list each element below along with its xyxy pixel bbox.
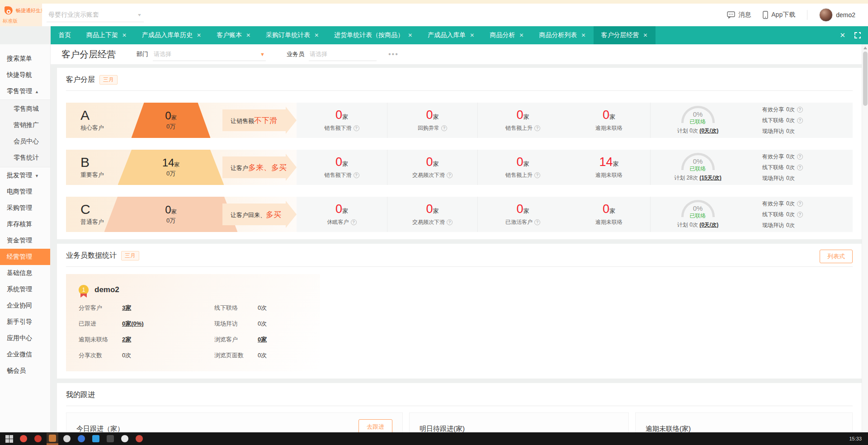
tier-row-b: B 重要客户 14家 0万 让客户多来、多买 0家 — [66, 150, 853, 185]
month-badge: 三月 — [121, 251, 139, 260]
sidebar-item-business-mgmt[interactable]: 经营管理 — [0, 249, 50, 265]
tab-customer-tier-active[interactable]: 客户分层经营✕ — [594, 26, 656, 44]
tab-close-icon[interactable]: ✕ — [314, 32, 319, 38]
vertical-scrollbar[interactable] — [862, 44, 868, 445]
tab-customer-ledger[interactable]: 客户账本✕ — [209, 26, 258, 44]
help-icon[interactable]: ? — [351, 219, 357, 225]
help-icon[interactable]: ? — [354, 172, 359, 178]
scrollbar-thumb[interactable] — [863, 52, 868, 106]
tab-close-icon[interactable]: ✕ — [197, 32, 201, 38]
help-icon[interactable]: ? — [534, 125, 540, 131]
tab-finished-inbound[interactable]: 产成品入库单✕ — [420, 26, 482, 44]
taskbar-app-icon[interactable] — [61, 433, 73, 445]
divider — [66, 406, 853, 406]
account-select[interactable]: 母婴行业演示账套 ▼ — [47, 8, 144, 22]
help-icon[interactable]: ? — [441, 125, 447, 131]
contact-gauge: 0% 已联络 计划 28次 (15天/次) — [650, 150, 745, 185]
tier-goal-arrow: 让客户多来、多买 — [230, 150, 297, 185]
taskbar-app-icon[interactable] — [133, 433, 145, 445]
help-icon[interactable]: ? — [354, 125, 359, 131]
sidebar-item-member-center[interactable]: 会员中心 — [0, 133, 50, 150]
taskbar-app-icon[interactable] — [32, 433, 44, 445]
tab-close-icon[interactable]: ✕ — [408, 32, 412, 38]
tab-goods-on-off[interactable]: 商品上下架✕ — [79, 26, 134, 44]
sidebar-item-retail-mall[interactable]: 零售商城 — [0, 101, 50, 117]
sidebar-item-wholesale-mgmt[interactable]: 批发管理▼ — [0, 167, 50, 184]
list-view-button[interactable]: 列表式 — [820, 250, 853, 263]
tab-close-icon[interactable]: ✕ — [519, 32, 524, 38]
taskbar-active-app-icon[interactable] — [47, 433, 58, 445]
stat-label: 分享次数 — [79, 351, 122, 360]
start-button[interactable] — [3, 433, 15, 445]
managed-customers-link[interactable]: 3家 — [122, 304, 131, 312]
sidebar-item-retail-stats[interactable]: 零售统计 — [0, 150, 50, 166]
tier-letter: A — [80, 109, 112, 122]
sidebar-item-search-menu[interactable]: 搜索菜单 — [0, 51, 50, 67]
overdue-link[interactable]: 2家 — [122, 336, 131, 344]
taskbar-app-icon[interactable] — [75, 433, 87, 445]
tab-finished-inbound-history[interactable]: 产成品入库单历史✕ — [134, 26, 209, 44]
taskbar-app-icon[interactable] — [104, 433, 116, 445]
contact-gauge: 0% 已联络 计划 0次 (0天/次) — [650, 103, 745, 138]
tab-goods-analysis-list[interactable]: 商品分析列表✕ — [531, 26, 593, 44]
tab-purchase-order-stats[interactable]: 采购订单统计表✕ — [258, 26, 326, 44]
sidebar-item-system-mgmt[interactable]: 系统管理 — [0, 281, 50, 298]
sidebar-item-retail-mgmt[interactable]: 零售管理▲ — [0, 83, 50, 99]
help-icon[interactable]: ? — [797, 212, 803, 218]
sidebar-item-marketing[interactable]: 营销推广 — [0, 117, 50, 133]
help-icon[interactable]: ? — [797, 201, 803, 207]
avatar — [819, 8, 833, 22]
tab-close-icon[interactable]: ✕ — [122, 32, 127, 38]
stat-dormant-customers: 0家 休眠客户? — [297, 197, 387, 232]
sidebar-item-enterprise-collab[interactable]: 企业协同 — [0, 298, 50, 314]
help-icon[interactable]: ? — [797, 118, 803, 123]
user-menu[interactable]: demo2 — [819, 8, 855, 22]
dept-select[interactable]: 请选择 ▼ — [153, 48, 266, 61]
followed-link[interactable]: 0家(0%) — [122, 320, 144, 328]
taskbar-app-icon[interactable] — [119, 433, 131, 445]
stat-overdue-uncontacted: 14家 逾期未联络 — [568, 150, 650, 185]
app-download-button[interactable]: App下载 — [763, 11, 795, 19]
help-icon[interactable]: ? — [534, 219, 540, 225]
plan-link[interactable]: (0天/次) — [699, 128, 718, 134]
tier-funnel: 0家 0万 — [112, 197, 230, 232]
messages-button[interactable]: 消息 — [727, 11, 751, 19]
taskbar-app-icon[interactable] — [18, 433, 29, 445]
help-icon[interactable]: ? — [797, 107, 803, 113]
fullscreen-icon[interactable] — [854, 32, 861, 38]
help-icon[interactable]: ? — [797, 165, 803, 170]
scroll-up-arrow[interactable] — [863, 47, 867, 49]
sidebar-item-chang-member[interactable]: 畅会员 — [0, 363, 50, 379]
tab-inbound-stats-by-goods[interactable]: 进货单统计表（按商品）✕ — [326, 26, 420, 44]
more-filters-icon[interactable]: ••• — [388, 50, 399, 58]
plan-link[interactable]: (15天/次) — [699, 175, 722, 181]
tab-close-icon[interactable]: ✕ — [470, 32, 474, 38]
sidebar-item-beginner-guide[interactable]: 新手引导 — [0, 314, 50, 330]
help-icon[interactable]: ? — [447, 172, 453, 178]
tab-close-icon[interactable]: ✕ — [246, 32, 250, 38]
sidebar-item-purchase-mgmt[interactable]: 采购管理 — [0, 200, 50, 216]
sidebar-item-inventory-accounting[interactable]: 库存核算 — [0, 216, 50, 232]
taskbar-app-icon[interactable] — [90, 433, 102, 445]
sidebar-item-funds-mgmt[interactable]: 资金管理 — [0, 232, 50, 249]
plan-link[interactable]: (0天/次) — [699, 222, 718, 228]
help-icon[interactable]: ? — [447, 219, 453, 225]
sidebar-item-basic-info[interactable]: 基础信息 — [0, 265, 50, 281]
tier-row-a: A 核心客户 0家 0万 让销售额不下滑 0家 — [66, 103, 853, 138]
help-icon[interactable]: ? — [797, 154, 803, 160]
tab-home[interactable]: 首页 — [51, 26, 79, 44]
stat-label: 已跟进 — [79, 320, 122, 328]
viewed-customers-link[interactable]: 0家 — [258, 336, 267, 344]
tab-goods-analysis[interactable]: 商品分析✕ — [482, 26, 531, 44]
sidebar-item-wecom[interactable]: 企业微信 — [0, 346, 50, 363]
tab-close-icon[interactable]: ✕ — [643, 32, 648, 38]
close-all-tabs-icon[interactable]: ✕ — [840, 31, 845, 39]
salesman-select[interactable]: 请选择 — [309, 48, 377, 61]
sidebar-item-quick-nav[interactable]: 快捷导航 — [0, 67, 50, 83]
stat-frequency-decline: 0家 交易频次下滑? — [387, 197, 477, 232]
stat-overdue-uncontacted: 0家 逾期未联络 — [568, 197, 650, 232]
sidebar-item-app-center[interactable]: 应用中心 — [0, 330, 50, 346]
help-icon[interactable]: ? — [534, 172, 540, 178]
tab-close-icon[interactable]: ✕ — [581, 32, 585, 38]
sidebar-item-ecommerce-mgmt[interactable]: 电商管理 — [0, 184, 50, 200]
